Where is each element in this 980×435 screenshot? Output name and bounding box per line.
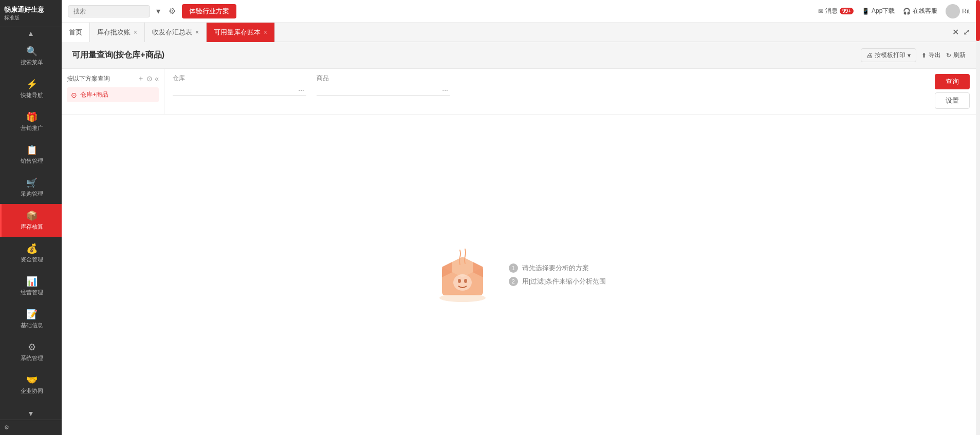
tab-home-label: 首页 [69,28,82,37]
sidebar-item-企业协同[interactable]: 🤝企业协同 [0,368,62,401]
app-download-icon: 📱 [862,8,870,15]
scheme-settings-btn[interactable]: ⊙ [146,74,153,83]
svg-point-5 [453,274,472,291]
refresh-btn[interactable]: ↻ 刷新 [946,51,966,60]
sidebar-nav: 🔍搜索菜单⚡快捷导航🎁营销推广📋销售管理🛒采购管理📦库存核算💰资金管理📊经营管理… [0,40,62,407]
sidebar-item-销售管理[interactable]: 📋销售管理 [0,138,62,171]
sidebar-scroll-up[interactable]: ▲ [0,27,62,40]
svg-point-6 [458,279,461,283]
tab-available[interactable]: 可用量库存账本 × [207,23,275,42]
template-print-btn[interactable]: 🖨 按模板打印 ▾ [861,48,916,62]
filter-schemes: 按以下方案查询 ＋ ⊙ « ⊙ 仓库+商品 [62,69,164,114]
tab-inventory-batch[interactable]: 库存批次账 × [90,23,145,42]
tab-home[interactable]: 首页 [62,23,90,42]
topbar-user[interactable]: Rit [946,4,970,18]
topbar-message[interactable]: ✉ 消息 99+ [818,7,854,15]
industry-btn[interactable]: 体验行业方案 [182,4,236,18]
export-label: 导出 [929,51,941,60]
tip-item-1: 1 请先选择要分析的方案 [509,263,606,273]
topbar-settings-btn[interactable]: ⚙ [167,4,178,18]
filter-actions: 查询 设置 [929,69,976,114]
tab-available-close[interactable]: × [264,29,267,36]
tip-text-2: 用[过滤]条件来缩小分析范围 [522,277,606,286]
sidebar-item-搜索菜单[interactable]: 🔍搜索菜单 [0,40,62,72]
warehouse-more-btn[interactable]: ··· [298,86,304,94]
tab-summary-label: 收发存汇总表 [152,28,192,37]
refresh-label: 刷新 [953,51,966,60]
export-btn[interactable]: ⬆ 导出 [921,51,941,60]
page-header-actions: 🖨 按模板打印 ▾ ⬆ 导出 ↻ 刷新 [861,48,966,62]
empty-illustration [432,244,493,306]
sidebar-item-营销推广[interactable]: 🎁营销推广 [0,105,62,138]
message-icon: ✉ [818,8,823,15]
export-icon: ⬆ [921,52,927,59]
right-scrollbar[interactable] [976,0,980,435]
topbar-app-download[interactable]: 📱 App下载 [862,7,895,15]
sidebar-item-经营管理[interactable]: 📊经营管理 [0,270,62,302]
empty-tips: 1 请先选择要分析的方案 2 用[过滤]条件来缩小分析范围 [509,263,606,286]
settings-btn[interactable]: 设置 [935,92,970,109]
tip-num-2: 2 [509,277,518,286]
goods-filter-label: 商品 [317,74,450,83]
refresh-icon: ↻ [946,52,951,59]
empty-state: 1 请先选择要分析的方案 2 用[过滤]条件来缩小分析范围 [62,115,976,435]
user-name: Rit [962,8,970,15]
sidebar-item-库存核算[interactable]: 📦库存核算 [0,204,62,237]
sidebar-item-采购管理[interactable]: 🛒采购管理 [0,171,62,204]
sidebar-item-基础信息[interactable]: 📝基础信息 [0,302,62,335]
message-label: 消息 [825,7,838,15]
filter-schemes-actions: ＋ ⊙ « [137,74,159,83]
tab-close-all-btn[interactable]: ✕ [952,27,959,37]
tabbar-actions: ✕ ⤢ [952,27,976,37]
tab-inventory-batch-close[interactable]: × [134,29,137,36]
page-content: 可用量查询(按仓库+商品) 🖨 按模板打印 ▾ ⬆ 导出 ↻ 刷新 [62,42,976,435]
sidebar-item-系统管理[interactable]: ⚙系统管理 [0,335,62,368]
tip-text-1: 请先选择要分析的方案 [522,263,589,273]
svg-point-7 [464,279,467,283]
warehouse-input[interactable] [175,86,295,93]
topbar-right: ✉ 消息 99+ 📱 App下载 🎧 在线客服 Rit [818,4,970,18]
main-area: ▾ ⚙ 体验行业方案 ✉ 消息 99+ 📱 App下载 🎧 在线客服 Rit [62,0,976,435]
app-download-label: App下载 [872,7,895,15]
scheme-add-btn[interactable]: ＋ [137,74,144,83]
sidebar-footer-icon: ⚙ [4,424,9,431]
warehouse-filter-label: 仓库 [173,74,306,83]
topbar-dropdown-btn[interactable]: ▾ [154,4,162,18]
sidebar-item-快捷导航[interactable]: ⚡快捷导航 [0,72,62,105]
online-service-icon: 🎧 [903,8,911,15]
template-print-icon: 🖨 [866,52,873,59]
tab-summary[interactable]: 收发存汇总表 × [145,23,207,42]
scheme-label: 仓库+商品 [80,90,108,99]
page-title: 可用量查询(按仓库+商品) [72,50,164,61]
tab-summary-close[interactable]: × [195,29,199,36]
template-print-label: 按模板打印 [875,51,905,60]
filter-group-goods: 商品 ··· [317,74,450,96]
goods-input-wrap: ··· [317,85,450,96]
filter-group-warehouse: 仓库 ··· [173,74,306,96]
topbar: ▾ ⚙ 体验行业方案 ✉ 消息 99+ 📱 App下载 🎧 在线客服 Rit [62,0,976,23]
filter-area: 按以下方案查询 ＋ ⊙ « ⊙ 仓库+商品 仓库 [62,69,976,115]
tip-item-2: 2 用[过滤]条件来缩小分析范围 [509,277,606,286]
goods-input[interactable] [319,86,439,93]
sidebar-scroll-down[interactable]: ▼ [0,407,62,420]
user-avatar [946,4,960,18]
tab-maximize-btn[interactable]: ⤢ [963,27,970,37]
tab-available-label: 可用量库存账本 [214,28,261,37]
app-subtitle: 标准版 [4,14,58,22]
topbar-online-service[interactable]: 🎧 在线客服 [903,7,937,15]
query-btn[interactable]: 查询 [935,74,970,89]
right-scrollbar-thumb [976,0,980,41]
filter-inputs: 仓库 ··· 商品 ··· [164,69,929,114]
scheme-item-warehouse-goods[interactable]: ⊙ 仓库+商品 [67,87,159,102]
sidebar-item-资金管理[interactable]: 💰资金管理 [0,237,62,270]
online-service-label: 在线客服 [913,7,937,15]
sidebar-item-新手引导[interactable]: 🎯新手引导 [0,401,62,407]
goods-more-btn[interactable]: ··· [442,86,448,94]
scheme-collapse-btn[interactable]: « [155,74,159,83]
tab-inventory-batch-label: 库存批次账 [97,28,131,37]
tip-num-1: 1 [509,263,518,273]
scheme-icon: ⊙ [71,91,77,99]
topbar-search-input[interactable] [68,5,150,17]
topbar-left: ▾ ⚙ 体验行业方案 [68,4,236,18]
sidebar-logo: 畅康通好生意 标准版 [0,0,62,27]
